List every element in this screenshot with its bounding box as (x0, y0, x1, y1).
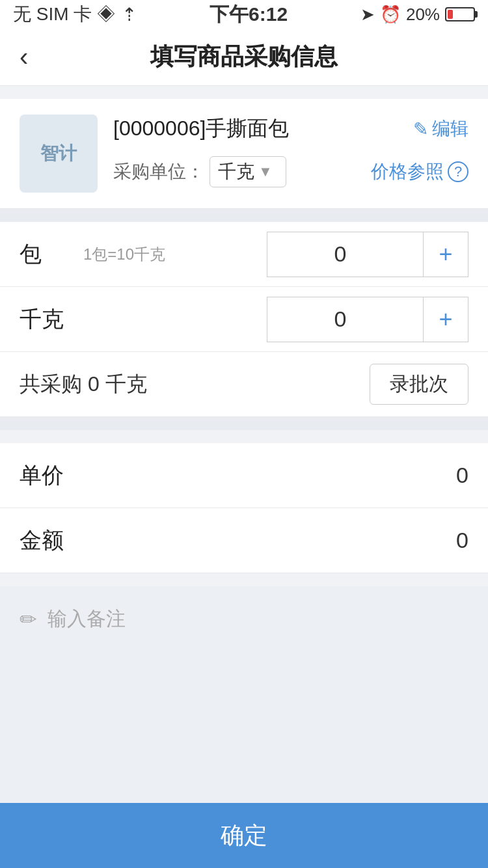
sim-label: 无 SIM 卡 ◈ (13, 2, 115, 27)
product-thumbnail: 智计 (20, 115, 98, 193)
unit-value: 千克 (218, 159, 254, 184)
status-bar: 无 SIM 卡 ◈ ⇡ 下午6:12 ➤ ⏰ 20% (0, 0, 488, 29)
record-batch-button[interactable]: 录批次 (370, 364, 468, 405)
summary-row: 共采购 0 千克 录批次 (0, 352, 488, 417)
chevron-down-icon: ▼ (258, 163, 273, 180)
battery-icon (445, 7, 475, 21)
confirm-button[interactable]: 确定 (0, 803, 488, 868)
kg-quantity-input[interactable] (267, 297, 423, 342)
unit-price-value: 0 (456, 463, 468, 488)
bag-quantity-input[interactable] (267, 232, 423, 277)
product-unit-row: 采购单位： 千克 ▼ 价格参照 ? (113, 156, 468, 187)
back-button[interactable]: ‹ (20, 36, 34, 78)
remark-placeholder: 输入备注 (47, 606, 126, 632)
product-name: [0000006]手撕面包 (113, 115, 289, 143)
price-ref-button[interactable]: 价格参照 ? (371, 159, 468, 184)
edit-button[interactable]: ✎ 编辑 (413, 116, 468, 141)
kg-input-row: 千克 + (0, 287, 488, 352)
amount-label: 金额 (20, 526, 64, 556)
help-icon: ? (448, 161, 468, 182)
page-title: 填写商品采购信息 (150, 41, 338, 73)
unit-price-label: 单价 (20, 461, 64, 491)
unit-label: 采购单位： (113, 159, 204, 184)
bag-sub-label: 1包=10千克 (83, 244, 165, 265)
section-divider-1 (0, 209, 488, 222)
product-name-row: [0000006]手撕面包 ✎ 编辑 (113, 115, 468, 143)
amount-value: 0 (456, 528, 468, 553)
kg-plus-button[interactable]: + (423, 297, 468, 342)
wifi-icon: ⇡ (122, 4, 137, 25)
amount-row: 金额 0 (0, 508, 488, 573)
price-section: 单价 0 金额 0 (0, 443, 488, 573)
status-left: 无 SIM 卡 ◈ ⇡ (13, 2, 137, 27)
nav-bar: ‹ 填写商品采购信息 (0, 29, 488, 86)
bag-input-controls: + (267, 232, 468, 277)
input-section: 包 1包=10千克 + 千克 + 共采购 0 千克 录批次 (0, 222, 488, 417)
remark-section[interactable]: ✏ 输入备注 (0, 586, 488, 652)
total-purchase-text: 共采购 0 千克 (20, 370, 147, 399)
product-info: [0000006]手撕面包 ✎ 编辑 采购单位： 千克 ▼ 价格参照 ? (113, 115, 468, 187)
price-ref-label: 价格参照 (371, 159, 444, 184)
battery-percent: 20% (406, 5, 440, 25)
gps-icon: ➤ (360, 5, 375, 25)
edit-icon: ✎ (413, 118, 428, 140)
unit-price-row: 单价 0 (0, 443, 488, 508)
kg-label: 千克 (20, 305, 78, 334)
bag-label: 包 (20, 239, 78, 269)
section-divider-2 (0, 417, 488, 430)
status-time: 下午6:12 (210, 1, 288, 28)
pencil-icon: ✏ (20, 607, 37, 632)
bag-plus-button[interactable]: + (423, 232, 468, 277)
product-card: 智计 [0000006]手撕面包 ✎ 编辑 采购单位： 千克 ▼ 价格参照 ? (0, 99, 488, 209)
status-right: ➤ ⏰ 20% (360, 5, 475, 25)
bag-input-row: 包 1包=10千克 + (0, 222, 488, 287)
edit-label: 编辑 (432, 116, 468, 141)
kg-input-controls: + (267, 297, 468, 342)
alarm-icon: ⏰ (380, 5, 401, 25)
unit-select[interactable]: 千克 ▼ (210, 156, 286, 187)
